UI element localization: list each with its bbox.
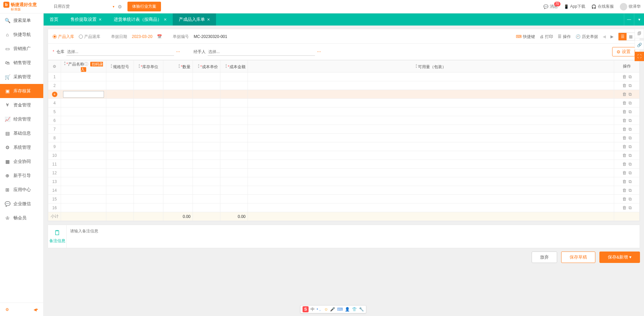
- cell-name[interactable]: [61, 169, 106, 177]
- cell-qty[interactable]: [163, 99, 193, 107]
- cell-amount[interactable]: [220, 151, 248, 160]
- copy-row-icon[interactable]: ⧉: [629, 144, 632, 149]
- date-value[interactable]: 2023-03-20: [132, 34, 152, 39]
- prev-icon[interactable]: ◀: [603, 34, 606, 39]
- cell-price[interactable]: [193, 186, 220, 195]
- cell-spec[interactable]: [106, 134, 134, 142]
- cell-amount[interactable]: [220, 107, 248, 116]
- sidebar-item[interactable]: ♔畅会员: [0, 211, 43, 225]
- table-row[interactable]: 8🗑⧉: [48, 134, 640, 142]
- cell-price[interactable]: [193, 195, 220, 204]
- cell-price[interactable]: [193, 160, 220, 169]
- cell-unit[interactable]: [134, 195, 163, 204]
- delete-row-icon[interactable]: 🗑: [622, 179, 627, 184]
- cell-unit[interactable]: [134, 99, 163, 107]
- cell-spec[interactable]: [106, 160, 134, 169]
- cell-qty[interactable]: [163, 81, 193, 90]
- cell-qty[interactable]: [163, 90, 193, 99]
- cell-avail[interactable]: [248, 107, 614, 116]
- delete-row-icon[interactable]: 🗑: [622, 144, 627, 149]
- copy-row-icon[interactable]: ⧉: [629, 92, 632, 97]
- ime-bar[interactable]: S 中 •， ☺ 🎤 ⌨ 👤 👕 🔧: [300, 305, 366, 313]
- cell-amount[interactable]: [220, 142, 248, 151]
- save-new-button[interactable]: 保存&新增 ▾: [599, 252, 640, 263]
- delete-row-icon[interactable]: 🗑: [622, 205, 627, 210]
- cell-spec[interactable]: [106, 142, 134, 151]
- settings-button[interactable]: ⚙设置: [612, 47, 635, 56]
- history-button[interactable]: 🕘历史单据: [576, 34, 598, 40]
- copy-row-icon[interactable]: ⧉: [629, 109, 632, 114]
- remark-input[interactable]: [67, 225, 640, 248]
- cell-price[interactable]: [193, 151, 220, 160]
- copy-row-icon[interactable]: ⧉: [629, 205, 632, 210]
- copy-row-icon[interactable]: ⧉: [629, 153, 632, 158]
- sidebar-item[interactable]: ▦企业协同: [0, 154, 43, 169]
- table-row[interactable]: 5🗑⧉: [48, 107, 640, 116]
- cell-qty[interactable]: [163, 177, 193, 186]
- sidebar-item[interactable]: ⊕新手引导: [0, 169, 43, 183]
- cell-name[interactable]: [61, 99, 106, 107]
- cell-qty[interactable]: [163, 125, 193, 134]
- cell-price[interactable]: [193, 99, 220, 107]
- cell-avail[interactable]: [248, 81, 614, 90]
- tab[interactable]: 进货单统计表（按商品）✕: [108, 13, 173, 26]
- handler-more-icon[interactable]: ⋯: [317, 49, 321, 54]
- cell-amount[interactable]: [220, 134, 248, 142]
- table-row[interactable]: 2🗑⧉: [48, 81, 640, 90]
- cell-amount[interactable]: [220, 204, 248, 212]
- cell-price[interactable]: [193, 107, 220, 116]
- cell-spec[interactable]: [106, 99, 134, 107]
- cell-qty[interactable]: [163, 73, 193, 81]
- download-button[interactable]: 📱 App下载: [564, 4, 585, 9]
- cell-spec[interactable]: [106, 177, 134, 186]
- copy-row-icon[interactable]: ⧉: [629, 83, 632, 88]
- minimize-tab-button[interactable]: —: [624, 13, 634, 26]
- cell-amount[interactable]: [220, 73, 248, 81]
- cell-qty[interactable]: [163, 204, 193, 212]
- service-button[interactable]: 🎧 在线客服: [591, 4, 614, 9]
- delete-row-icon[interactable]: 🗑: [622, 109, 627, 114]
- cell-unit[interactable]: [134, 125, 163, 134]
- rail-link-icon[interactable]: 🔗: [635, 40, 644, 50]
- cell-spec[interactable]: [106, 116, 134, 125]
- rail-doc-icon[interactable]: 🗐: [635, 29, 644, 38]
- delete-row-icon[interactable]: 🗑: [622, 135, 627, 140]
- cell-name[interactable]: [61, 125, 106, 134]
- delete-row-icon[interactable]: 🗑: [622, 74, 627, 79]
- close-icon[interactable]: ✕: [207, 17, 210, 22]
- table-row[interactable]: 14🗑⧉: [48, 186, 640, 195]
- sidebar-item[interactable]: 📈经营管理: [0, 112, 43, 126]
- cell-avail[interactable]: [248, 151, 614, 160]
- cell-spec[interactable]: [106, 151, 134, 160]
- cell-spec[interactable]: [106, 169, 134, 177]
- copy-row-icon[interactable]: ⧉: [629, 170, 632, 175]
- rail-expand-icon[interactable]: ⛶: [635, 52, 644, 61]
- cell-avail[interactable]: [248, 204, 614, 212]
- cell-spec[interactable]: [106, 125, 134, 134]
- cell-avail[interactable]: [248, 73, 614, 81]
- copy-row-icon[interactable]: ⧉: [629, 188, 632, 193]
- product-name-input[interactable]: [63, 91, 104, 98]
- table-row[interactable]: 16🗑⧉: [48, 204, 640, 212]
- cell-price[interactable]: [193, 116, 220, 125]
- cell-amount[interactable]: [220, 169, 248, 177]
- copy-row-icon[interactable]: ⧉: [629, 196, 632, 201]
- cell-amount[interactable]: [220, 116, 248, 125]
- settings-icon[interactable]: ⚙: [5, 307, 9, 312]
- cell-qty[interactable]: [163, 134, 193, 142]
- cell-qty[interactable]: [163, 116, 193, 125]
- table-row[interactable]: 13🗑⧉: [48, 177, 640, 186]
- delete-row-icon[interactable]: 🗑: [622, 118, 627, 123]
- cell-amount[interactable]: [220, 177, 248, 186]
- cell-qty[interactable]: [163, 169, 193, 177]
- cell-unit[interactable]: [134, 73, 163, 81]
- cell-name[interactable]: [61, 81, 106, 90]
- delete-row-icon[interactable]: 🗑: [622, 127, 627, 132]
- cell-spec[interactable]: [106, 107, 134, 116]
- cell-qty[interactable]: [163, 195, 193, 204]
- sidebar-item[interactable]: ⚙系统管理: [0, 140, 43, 154]
- table-row[interactable]: +🗑⧉: [48, 90, 640, 99]
- copy-row-icon[interactable]: ⧉: [629, 118, 632, 123]
- cell-name[interactable]: [61, 142, 106, 151]
- more-tabs-button[interactable]: ▾: [634, 13, 644, 26]
